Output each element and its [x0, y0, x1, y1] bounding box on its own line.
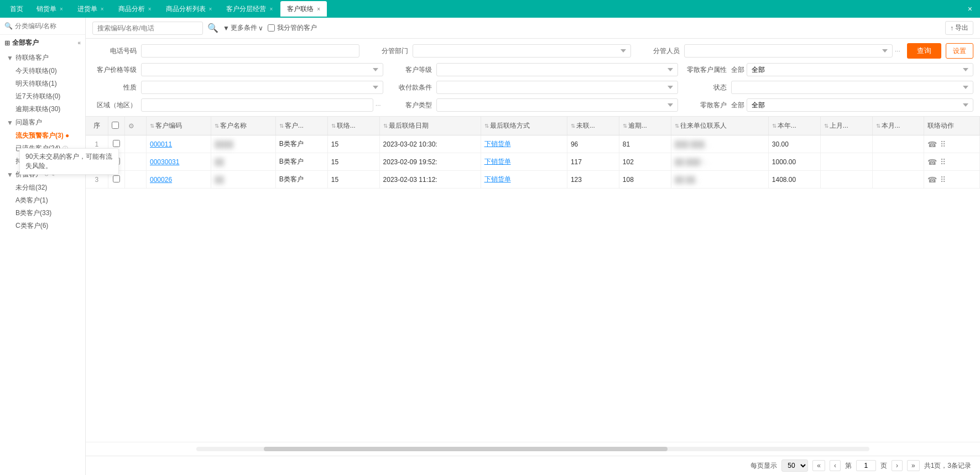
row3-type: B类客户	[275, 171, 327, 189]
region-dots[interactable]: ···	[373, 101, 383, 109]
select-all-checkbox[interactable]	[112, 122, 119, 129]
col-name: ⇅客户名称	[211, 117, 275, 135]
payment-select[interactable]	[436, 81, 679, 94]
close-customer-contact-tab[interactable]: ×	[317, 6, 320, 12]
col-settings[interactable]: ⚙	[124, 117, 147, 135]
row2-action: ☎ ⠿	[924, 153, 980, 171]
col-this-month: ⇅本月...	[872, 117, 924, 135]
row3-last-date: 2023-02-03 11:12:	[379, 171, 481, 189]
today-pending[interactable]: 今天待联络(0)	[0, 65, 85, 77]
person-dots[interactable]: ···	[893, 47, 903, 55]
phone-input[interactable]	[141, 44, 359, 58]
my-customers-checkbox-label[interactable]: 我分管的客户	[268, 23, 317, 33]
scattered-attr-select[interactable]: 全部	[747, 63, 973, 76]
row2-unit-contact: ██ ███3...	[671, 153, 768, 171]
content-area: 🔍 ▼ 更多条件 ∨ 我分管的客户 ↑ 导出 电话号码	[86, 18, 980, 475]
row3-action: ☎ ⠿	[924, 171, 980, 189]
row3-more-icon[interactable]: ⠿	[940, 175, 946, 184]
row1-last-month	[820, 135, 872, 153]
nav-tab-customer-contact[interactable]: 客户联络 ×	[280, 1, 327, 17]
row3-phone-icon[interactable]: ☎	[927, 175, 937, 184]
nav-tab-home[interactable]: 首页	[4, 2, 29, 16]
dept-select[interactable]	[413, 44, 631, 58]
tomorrow-pending[interactable]: 明天待联络(1)	[0, 77, 85, 90]
close-analysis-tab[interactable]: ×	[148, 6, 152, 12]
close-sales-tab[interactable]: ×	[60, 6, 63, 12]
first-page-button[interactable]: «	[812, 460, 825, 471]
row2-this-month	[872, 153, 924, 171]
status-select[interactable]	[731, 81, 973, 94]
top-nav: 首页 销货单 × 进货单 × 商品分析 × 商品分析列表 × 客户分层经营 × …	[0, 0, 980, 18]
my-customers-checkbox[interactable]	[268, 24, 275, 32]
col-uncontacted: ⇅未联...	[567, 117, 619, 135]
customer-type-select[interactable]	[436, 98, 679, 112]
nav-tab-analysis[interactable]: 商品分析 ×	[112, 1, 158, 17]
region-input[interactable]	[141, 98, 373, 112]
settings-gear-icon[interactable]: ⚙	[128, 122, 134, 130]
close-analysis-list-tab[interactable]: ×	[209, 6, 212, 12]
page-number-input[interactable]	[856, 460, 876, 471]
scattered-attr-field: 零散客户属性 全部 全部	[682, 63, 973, 76]
sidebar-search-input[interactable]	[15, 22, 81, 30]
row2-code[interactable]: 00030031	[147, 153, 211, 171]
phone-field: 电话号码	[92, 44, 359, 58]
churn-warning[interactable]: 流失预警客户(3) ●	[0, 129, 85, 142]
row3-checkbox[interactable]	[113, 175, 120, 182]
sidebar-search-area: 🔍	[0, 18, 85, 35]
advanced-filter: 电话号码 分管部门 分管人员 ··· 查询	[86, 39, 980, 117]
query-button[interactable]: 查询	[907, 43, 941, 59]
row3-actions-gear	[124, 171, 147, 189]
close-purchase-tab[interactable]: ×	[101, 6, 104, 12]
row1-type: B类客户	[275, 135, 327, 153]
problem-customers-group[interactable]: ▼ 问题客户	[0, 116, 85, 129]
close-customer-tier-tab[interactable]: ×	[269, 6, 273, 12]
per-page-select[interactable]: 50	[781, 460, 808, 472]
c-class-customers[interactable]: C类客户(6)	[0, 220, 85, 232]
row1-more-icon[interactable]: ⠿	[940, 140, 946, 149]
a-class-customers[interactable]: A类客户(1)	[0, 194, 85, 207]
scattered-customer-select[interactable]: 全部	[747, 98, 973, 112]
row2-name: ██	[211, 153, 275, 171]
b-class-customers[interactable]: B类客户(33)	[0, 207, 85, 220]
row2-uncontacted: 117	[567, 153, 619, 171]
row1-code[interactable]: 000011	[147, 135, 211, 153]
col-overdue: ⇅逾期...	[619, 117, 671, 135]
row1-uncontacted: 96	[567, 135, 619, 153]
row1-checkbox[interactable]	[113, 140, 120, 147]
overdue-uncontacted[interactable]: 逾期未联络(30)	[0, 103, 85, 116]
person-select[interactable]	[684, 44, 893, 58]
customer-tier-select[interactable]	[436, 63, 679, 76]
nav-tab-sales[interactable]: 销货单 ×	[30, 1, 70, 17]
settings-button[interactable]: 设置	[946, 43, 973, 59]
close-all-tabs[interactable]: ×	[965, 3, 976, 14]
table-area: 序 ⚙ ⇅客户编码 ⇅客户名称 ⇅客户... ⇅联络... ⇅最后联络日期 ⇅最…	[86, 117, 980, 442]
week-pending[interactable]: 近7天待联络(0)	[0, 90, 85, 103]
row2-more-icon[interactable]: ⠿	[940, 158, 946, 166]
col-index: 序	[86, 117, 108, 135]
col-checkbox	[108, 117, 124, 135]
row3-code[interactable]: 000026	[147, 171, 211, 189]
pending-contact-group[interactable]: ▼ 待联络客户	[0, 51, 85, 65]
ungrouped-customers[interactable]: 未分组(32)	[0, 181, 85, 194]
more-conditions[interactable]: ▼ 更多条件 ∨	[223, 23, 263, 33]
filter-bar: 🔍 ▼ 更多条件 ∨ 我分管的客户 ↑ 导出	[86, 18, 980, 39]
table-row: 1 000011 ████ B类客户 15 2023-03-02 10:30: …	[86, 135, 980, 153]
arrow-icon-2: ▼	[7, 119, 13, 127]
nature-select[interactable]	[141, 81, 383, 94]
row1-last-date: 2023-03-02 10:30:	[379, 135, 481, 153]
search-input[interactable]	[92, 22, 203, 35]
col-type: ⇅客户...	[275, 117, 327, 135]
nav-tab-analysis-list[interactable]: 商品分析列表 ×	[159, 1, 219, 17]
row1-phone-icon[interactable]: ☎	[927, 140, 937, 149]
horizontal-scrollbar[interactable]	[196, 447, 869, 451]
last-page-button[interactable]: »	[907, 460, 920, 471]
search-button[interactable]: 🔍	[207, 23, 218, 33]
prev-page-button[interactable]: ‹	[830, 460, 841, 471]
price-tier-select[interactable]	[141, 63, 383, 76]
export-button[interactable]: ↑ 导出	[945, 21, 973, 35]
all-customers-header[interactable]: ⊞ 全部客户 «	[0, 35, 85, 51]
row2-phone-icon[interactable]: ☎	[927, 158, 937, 166]
nav-tab-purchase[interactable]: 进货单 ×	[71, 1, 111, 17]
next-page-button[interactable]: ›	[892, 460, 903, 471]
nav-tab-customer-tier[interactable]: 客户分层经营 ×	[220, 1, 279, 17]
